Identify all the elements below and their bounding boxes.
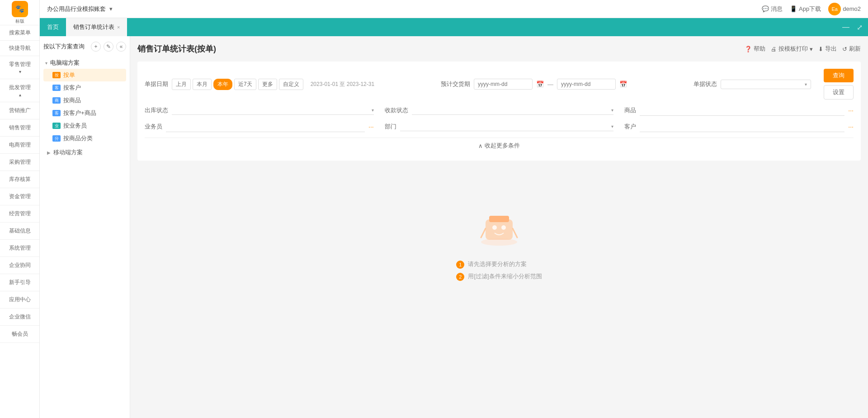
sidebar-item-label: 企业微信 bbox=[9, 313, 31, 321]
sidebar-item-ecommerce[interactable]: 电商管理 bbox=[0, 137, 39, 154]
sidebar-item-system[interactable]: 系统管理 bbox=[0, 240, 39, 257]
date-btn-7days[interactable]: 近7天 bbox=[234, 79, 256, 90]
mobile-schemes-label: 移动端方案 bbox=[53, 148, 83, 157]
query-btn[interactable]: 查询 bbox=[824, 69, 854, 82]
sidebar-item-basic[interactable]: 基础信息 bbox=[0, 223, 39, 240]
order-status-select[interactable]: ▾ bbox=[721, 80, 811, 89]
user-menu[interactable]: Ea demo2 bbox=[828, 3, 861, 15]
sidebar-item-finance[interactable]: 资金管理 bbox=[0, 188, 39, 205]
sidebar-item-retail[interactable]: 零售管理 ▾ bbox=[0, 56, 39, 79]
sidebar-item-enterprise[interactable]: 企业协同 bbox=[0, 257, 39, 274]
expand-icon: ▴ bbox=[19, 92, 21, 97]
edit-scheme-btn[interactable]: ✎ bbox=[104, 42, 113, 52]
scheme-by-category[interactable]: 分 按商品分类 bbox=[43, 132, 126, 145]
maximize-btn[interactable]: ⤢ bbox=[855, 21, 864, 33]
tabbar: 首页 销售订单统计表 × — ⤢ bbox=[40, 18, 868, 36]
scheme-label: 按商品 bbox=[63, 96, 81, 104]
scheme-icon: 分 bbox=[52, 135, 61, 142]
sidebar-item-purchase[interactable]: 采购管理 bbox=[0, 154, 39, 171]
sidebar-item-membership[interactable]: 畅会员 bbox=[0, 326, 39, 343]
help-btn[interactable]: ❓ 帮助 bbox=[745, 45, 765, 53]
mobile-schemes-parent[interactable]: ▶ 移动端方案 bbox=[43, 147, 126, 158]
salesperson-input[interactable] bbox=[166, 121, 365, 132]
salesperson-more-icon[interactable]: ··· bbox=[368, 123, 374, 130]
download-icon: 📱 bbox=[790, 5, 797, 12]
page-actions: ❓ 帮助 🖨 按模板打印 ▾ ⬇ 导出 ↺ 刷新 bbox=[745, 45, 861, 53]
chevron-down-icon: ▾ bbox=[372, 108, 374, 113]
filter-area: 单据日期 上月 本月 本年 近7天 更多 自定义 2023-01-0 bbox=[137, 62, 861, 317]
add-scheme-btn[interactable]: + bbox=[91, 42, 101, 52]
customer-filter: 客户 ··· bbox=[624, 121, 854, 132]
expand-arrow: ▶ bbox=[47, 150, 51, 155]
chevron-down-icon: ▾ bbox=[805, 82, 807, 87]
shipping-status-select[interactable]: ▾ bbox=[172, 106, 374, 115]
svg-line-6 bbox=[513, 228, 517, 238]
date-btn-custom[interactable]: 自定义 bbox=[279, 79, 303, 90]
department-select[interactable]: ▾ bbox=[400, 122, 614, 131]
collapse-panel-btn[interactable]: « bbox=[116, 42, 126, 52]
calendar-end-icon[interactable]: 📅 bbox=[619, 81, 627, 88]
calendar-start-icon[interactable]: 📅 bbox=[536, 81, 544, 88]
payment-status-select[interactable]: ▾ bbox=[412, 106, 614, 115]
svg-rect-1 bbox=[486, 219, 513, 240]
goods-input[interactable] bbox=[640, 105, 844, 116]
topbar-dropdown-icon[interactable]: ▾ bbox=[109, 5, 113, 12]
scheme-by-customer-goods[interactable]: 客 按客户+商品 bbox=[43, 107, 126, 119]
sidebar-item-sales[interactable]: 销售管理 bbox=[0, 119, 39, 137]
topbar-title: 办公用品行业模拟账套 bbox=[47, 5, 106, 13]
date-btn-this-month[interactable]: 本月 bbox=[193, 79, 212, 90]
tab-sales-stats[interactable]: 销售订单统计表 × bbox=[66, 18, 127, 36]
date-btn-last-month[interactable]: 上月 bbox=[172, 79, 191, 90]
export-btn[interactable]: ⬇ 导出 bbox=[818, 45, 837, 53]
tab-close-icon[interactable]: × bbox=[117, 24, 120, 30]
panel-actions: + ✎ « bbox=[91, 42, 126, 52]
sidebar-item-label: 资金管理 bbox=[9, 193, 31, 200]
scheme-by-goods[interactable]: 商 按商品 bbox=[43, 94, 126, 107]
app-download-btn[interactable]: 📱 App下载 bbox=[790, 5, 821, 13]
print-btn[interactable]: 🖨 按模板打印 ▾ bbox=[771, 45, 813, 53]
quick-nav[interactable]: 快捷导航 bbox=[0, 41, 39, 56]
customer-input[interactable] bbox=[640, 121, 844, 132]
scheme-by-salesperson[interactable]: 业 按业务员 bbox=[43, 119, 126, 132]
collapse-btn[interactable]: ∧ 收起更多条件 bbox=[478, 142, 520, 150]
customer-more-icon[interactable]: ··· bbox=[848, 123, 854, 130]
sidebar-item-operation[interactable]: 经营管理 bbox=[0, 205, 39, 223]
page-header: 销售订单统计表(按单) ❓ 帮助 🖨 按模板打印 ▾ ⬇ 导出 bbox=[137, 43, 861, 54]
sidebar-item-wechat[interactable]: 企业微信 bbox=[0, 309, 39, 326]
desktop-schemes-parent[interactable]: ▾ 电脑端方案 bbox=[43, 57, 126, 69]
desktop-schemes-section: ▾ 电脑端方案 按 按单 客 按客户 商 按商品 客 按客户+商品 bbox=[43, 57, 126, 145]
expected-date-start[interactable] bbox=[474, 79, 533, 90]
settings-btn[interactable]: 设置 bbox=[824, 85, 854, 100]
scheme-by-order[interactable]: 按 按单 bbox=[43, 69, 126, 81]
tab-home[interactable]: 首页 bbox=[40, 18, 66, 36]
svg-point-4 bbox=[501, 225, 506, 230]
sidebar-item-newbie[interactable]: 新手引导 bbox=[0, 274, 39, 291]
empty-state: 1 请先选择要分析的方案 2 用[过滤]条件来缩小分析范围 bbox=[137, 161, 861, 317]
minimize-btn[interactable]: — bbox=[840, 21, 851, 33]
scheme-label: 按商品分类 bbox=[63, 134, 93, 142]
page-title: 销售订单统计表(按单) bbox=[137, 43, 216, 54]
sidebar-item-wholesale[interactable]: 批发管理 ▴ bbox=[0, 79, 39, 102]
refresh-btn[interactable]: ↺ 刷新 bbox=[842, 45, 861, 53]
logo-icon: 🐾 bbox=[12, 1, 28, 17]
expected-date-end[interactable] bbox=[557, 79, 616, 90]
message-btn[interactable]: 💬 消息 bbox=[762, 5, 783, 13]
search-menu[interactable]: 搜索菜单 bbox=[0, 25, 39, 41]
date-btn-this-year[interactable]: 本年 bbox=[213, 79, 232, 90]
sidebar-item-apps[interactable]: 应用中心 bbox=[0, 291, 39, 309]
filter-row-date: 单据日期 上月 本月 本年 近7天 更多 自定义 2023-01-0 bbox=[145, 69, 854, 100]
main-content: 办公用品行业模拟账套 ▾ 💬 消息 📱 App下载 Ea demo2 首页 销售… bbox=[40, 0, 868, 418]
collapse-icon: ∧ bbox=[478, 142, 483, 149]
sidebar-item-marketing[interactable]: 营销推广 bbox=[0, 102, 39, 119]
date-btn-more[interactable]: 更多 bbox=[258, 79, 277, 90]
sidebar-item-label: 基础信息 bbox=[9, 227, 31, 235]
sidebar-item-inventory[interactable]: 库存核算 bbox=[0, 171, 39, 188]
collapse-bar: ∧ 收起更多条件 bbox=[145, 138, 854, 153]
scheme-by-customer[interactable]: 客 按客户 bbox=[43, 81, 126, 94]
panel-title: 按以下方案查询 bbox=[43, 43, 85, 51]
svg-point-3 bbox=[492, 225, 497, 230]
content-area: 按以下方案查询 + ✎ « ▾ 电脑端方案 按 按单 客 按客户 bbox=[40, 36, 868, 418]
shipping-status-label: 出库状态 bbox=[145, 106, 168, 114]
tip-text-1: 请先选择要分析的方案 bbox=[468, 260, 527, 268]
goods-more-icon[interactable]: ··· bbox=[848, 107, 854, 114]
